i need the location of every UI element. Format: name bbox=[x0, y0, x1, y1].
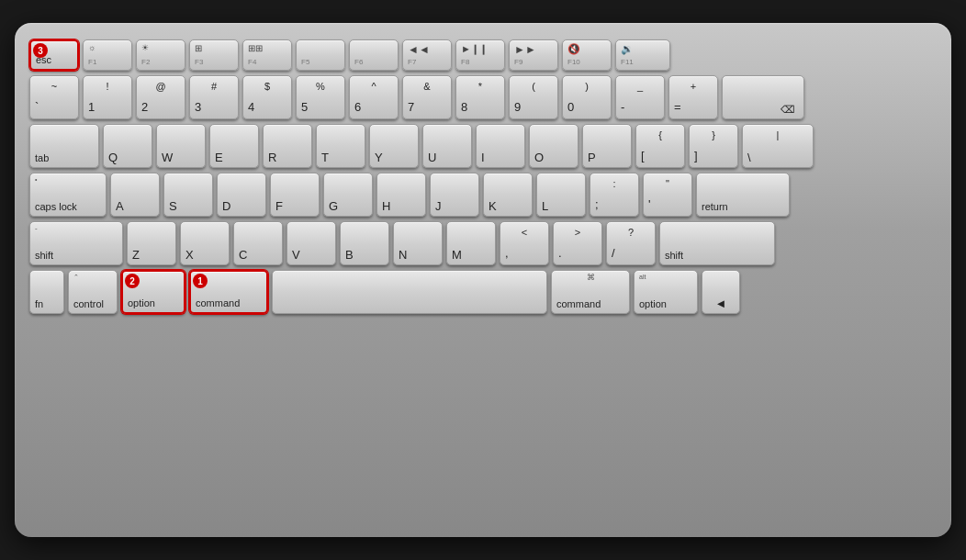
f5-label: F5 bbox=[301, 59, 309, 66]
key-option-left[interactable]: 2 alt option bbox=[121, 270, 185, 314]
key-command-left[interactable]: 1 ⌘ command bbox=[189, 270, 268, 314]
key-j[interactable]: J bbox=[430, 173, 479, 217]
key-backspace[interactable]: ⌫ bbox=[722, 75, 804, 119]
f7-label: F7 bbox=[408, 59, 416, 66]
key-k[interactable]: K bbox=[483, 173, 533, 217]
key-control[interactable]: ⌃ control bbox=[68, 270, 118, 314]
key-m[interactable]: M bbox=[446, 221, 496, 265]
f8-icon: ►❙❙ bbox=[461, 43, 488, 55]
lbracket-bot: [ bbox=[641, 149, 645, 162]
key-f10[interactable]: 🔇 F10 bbox=[562, 39, 612, 71]
key8-bot: 8 bbox=[461, 100, 467, 114]
key-option-right[interactable]: alt option bbox=[634, 270, 698, 314]
key-i[interactable]: I bbox=[476, 124, 525, 168]
key-f1[interactable]: ☼ F1 bbox=[83, 39, 132, 71]
key-e[interactable]: E bbox=[209, 124, 259, 168]
key-8[interactable]: * 8 bbox=[455, 75, 505, 119]
key-5[interactable]: % 5 bbox=[296, 75, 345, 119]
key-arrow-left[interactable]: ◄ bbox=[702, 270, 740, 314]
key-f[interactable]: F bbox=[270, 173, 320, 217]
key-return[interactable]: return bbox=[696, 173, 790, 217]
f1-label: F1 bbox=[88, 59, 96, 66]
key-l[interactable]: L bbox=[536, 173, 586, 217]
key-f8[interactable]: ►❙❙ F8 bbox=[455, 39, 505, 71]
f2-icon: ☀ bbox=[141, 43, 149, 52]
key6-bot: 6 bbox=[354, 100, 361, 114]
key-p[interactable]: P bbox=[582, 124, 632, 168]
home-row: • caps lock A S D F G H J K L : bbox=[29, 173, 937, 217]
g-label: G bbox=[329, 200, 338, 212]
key-slash[interactable]: ? / bbox=[606, 221, 656, 265]
key-shift-left[interactable]: - shift bbox=[29, 221, 123, 265]
key-period[interactable]: > . bbox=[553, 221, 602, 265]
f7-icon: ◄◄ bbox=[408, 43, 430, 56]
key-z[interactable]: Z bbox=[127, 221, 176, 265]
key-a[interactable]: A bbox=[110, 173, 160, 217]
lbracket-top: { bbox=[658, 129, 662, 140]
key-2[interactable]: @ 2 bbox=[136, 75, 185, 119]
key-3[interactable]: # 3 bbox=[189, 75, 239, 119]
key1-top: ! bbox=[106, 81, 108, 92]
key-lbracket[interactable]: { [ bbox=[635, 124, 685, 168]
key-command-right[interactable]: ⌘ command bbox=[551, 270, 630, 314]
key-f7[interactable]: ◄◄ F7 bbox=[402, 39, 452, 71]
f10-icon: 🔇 bbox=[567, 43, 580, 55]
key-v[interactable]: V bbox=[286, 221, 336, 265]
key-0[interactable]: ) 0 bbox=[562, 75, 612, 119]
key-n[interactable]: N bbox=[393, 221, 443, 265]
key-x[interactable]: X bbox=[180, 221, 230, 265]
key-1[interactable]: ! 1 bbox=[83, 75, 132, 119]
key-f11[interactable]: 🔉 F11 bbox=[615, 39, 670, 71]
period-top: > bbox=[575, 227, 580, 238]
key-shift-right[interactable]: shift bbox=[659, 221, 775, 265]
key-esc[interactable]: 3 esc bbox=[29, 39, 79, 71]
key-6[interactable]: ^ 6 bbox=[349, 75, 399, 119]
key-semicolon[interactable]: : ; bbox=[590, 173, 639, 217]
key-o[interactable]: O bbox=[529, 124, 578, 168]
key-s[interactable]: S bbox=[163, 173, 213, 217]
key-r[interactable]: R bbox=[263, 124, 312, 168]
key-f2[interactable]: ☀ F2 bbox=[136, 39, 185, 71]
key-f9[interactable]: ►► F9 bbox=[509, 39, 558, 71]
key-tab[interactable]: tab bbox=[29, 124, 99, 168]
key-w[interactable]: W bbox=[156, 124, 206, 168]
key-comma[interactable]: < , bbox=[500, 221, 549, 265]
key-rbracket[interactable]: } ] bbox=[689, 124, 738, 168]
key-f4[interactable]: ⊞⊞ F4 bbox=[242, 39, 292, 71]
key-t[interactable]: T bbox=[316, 124, 365, 168]
key-quote[interactable]: " ' bbox=[643, 173, 692, 217]
z-label: Z bbox=[132, 249, 140, 261]
h-label: H bbox=[382, 200, 390, 212]
p-label: P bbox=[588, 151, 596, 163]
key-c[interactable]: C bbox=[233, 221, 283, 265]
key-f5[interactable]: F5 bbox=[296, 39, 345, 71]
r-label: R bbox=[268, 151, 276, 163]
key-d[interactable]: D bbox=[217, 173, 266, 217]
key2-bot: 2 bbox=[141, 100, 148, 114]
key-7[interactable]: & 7 bbox=[402, 75, 452, 119]
key-f3[interactable]: ⊞ F3 bbox=[189, 39, 239, 71]
key-b[interactable]: B bbox=[340, 221, 389, 265]
key-equals[interactable]: + = bbox=[668, 75, 718, 119]
key-backslash[interactable]: | \ bbox=[742, 124, 814, 168]
key-capslock[interactable]: • caps lock bbox=[29, 173, 107, 217]
key-q[interactable]: Q bbox=[103, 124, 152, 168]
key-minus[interactable]: _ - bbox=[615, 75, 665, 119]
e-label: E bbox=[215, 151, 223, 163]
key-backtick[interactable]: ~ ` bbox=[29, 75, 79, 119]
c-label: C bbox=[239, 249, 247, 261]
w-label: W bbox=[162, 151, 173, 163]
key-u[interactable]: U bbox=[422, 124, 472, 168]
key-g[interactable]: G bbox=[323, 173, 373, 217]
ctrl-icon: ⌃ bbox=[73, 274, 79, 280]
key-space[interactable] bbox=[272, 270, 547, 314]
key-4[interactable]: $ 4 bbox=[242, 75, 292, 119]
key-y[interactable]: Y bbox=[369, 124, 419, 168]
quote-bot: ' bbox=[648, 197, 650, 211]
backtick-bot: ` bbox=[35, 100, 39, 114]
key-9[interactable]: ( 9 bbox=[509, 75, 558, 119]
key-h[interactable]: H bbox=[376, 173, 426, 217]
key-fn[interactable]: fn bbox=[29, 270, 64, 314]
key-f6[interactable]: F6 bbox=[349, 39, 399, 71]
slash-bot: / bbox=[612, 246, 615, 260]
